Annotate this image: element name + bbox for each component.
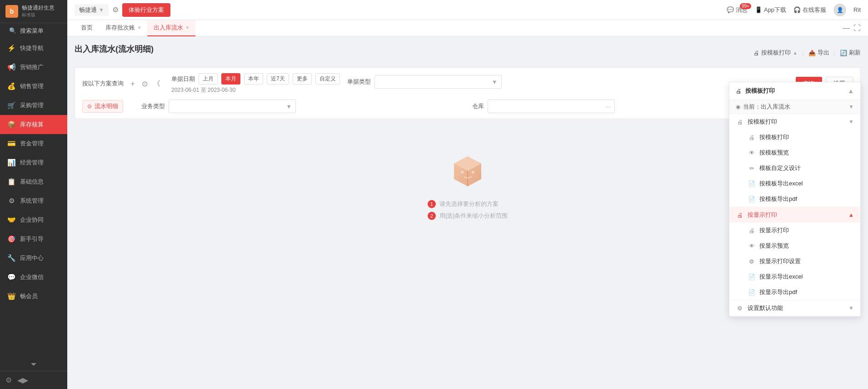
- nav-label: 基础信息: [20, 178, 44, 186]
- template-preview-text: 按模板预览: [759, 149, 789, 157]
- sidebar-item-operation[interactable]: 📊 经营管理: [0, 153, 67, 172]
- nav-label: 库存核算: [20, 120, 44, 129]
- doc-type-select[interactable]: ▼: [374, 75, 502, 89]
- sidebar-item-quick-nav[interactable]: ⚡ 快捷导航: [0, 39, 67, 58]
- date-last-month-btn[interactable]: 上月: [199, 73, 218, 85]
- tab-flow[interactable]: 出入库流水 ×: [147, 20, 195, 36]
- tabs-maximize-icon[interactable]: ⛶: [853, 24, 861, 32]
- filter-add-icon[interactable]: ＋: [129, 79, 136, 89]
- step-1-text: 请先选择要分析的方案: [439, 200, 499, 208]
- tab-home[interactable]: 首页: [75, 20, 99, 36]
- sidebar-item-finance[interactable]: 💳 资金管理: [0, 134, 67, 153]
- date-this-month-btn[interactable]: 本月: [221, 73, 240, 85]
- topbar: 畅捷通 ▼ ⚙ 体验行业方案 💬 消息 99+ 📱 App下载 🎧 在线客服 👤…: [67, 0, 868, 20]
- wechat-icon: 💬: [7, 273, 15, 281]
- export-button[interactable]: 📤 导出: [808, 49, 829, 57]
- empty-steps: 1 请先选择要分析的方案 2 用[选]条件来缩小分析范围: [428, 200, 508, 220]
- panel-item-display-excel[interactable]: 📄 按显示导出excel: [729, 269, 860, 284]
- empty-step-2: 2 用[选]条件来缩小分析范围: [428, 212, 508, 220]
- display-print-text: 按显示打印: [759, 226, 789, 234]
- page-title: 出入库流水(流水明细): [75, 44, 154, 55]
- breadcrumb-arrow-icon: ▼: [99, 7, 104, 13]
- display-settings-icon: ⚙: [748, 257, 756, 265]
- panel-item-template-pdf[interactable]: 📄 按模板导出pdf: [729, 191, 860, 207]
- date-custom-btn[interactable]: 自定义: [315, 73, 340, 85]
- avatar[interactable]: 👤: [833, 4, 846, 16]
- sidebar-item-corp[interactable]: 🤝 企业协同: [0, 210, 67, 229]
- sidebar-item-member[interactable]: 👑 畅会员: [0, 287, 67, 306]
- tag-icon: ⊙: [87, 103, 92, 110]
- date-last7-btn[interactable]: 近7天: [267, 73, 289, 85]
- current-arrow-icon: ▼: [848, 104, 854, 110]
- settings-icon[interactable]: ⚙: [5, 376, 12, 384]
- sidebar-item-system[interactable]: ⚙ 系统管理: [0, 191, 67, 210]
- warehouse-select[interactable]: ···: [488, 100, 615, 113]
- sidebar-item-basic[interactable]: 📋 基础信息: [0, 172, 67, 191]
- sidebar-search[interactable]: 🔍 搜索菜单: [0, 23, 67, 39]
- nav-label: 企业协同: [20, 216, 44, 224]
- sidebar-item-sales[interactable]: 💰 销售管理: [0, 77, 67, 96]
- tab-batch-close[interactable]: ×: [138, 25, 141, 30]
- display-excel-icon: 📄: [748, 273, 756, 281]
- industry-solution-button[interactable]: 体验行业方案: [122, 3, 170, 17]
- sidebar-item-purchase[interactable]: 🛒 采购管理: [0, 96, 67, 115]
- doc-type-label: 单据类型: [347, 78, 371, 86]
- panel-item-template-custom[interactable]: ✏ 模板自定义设计: [729, 160, 860, 176]
- warehouse-more-icon[interactable]: ···: [606, 103, 611, 110]
- inventory-icon: 📦: [7, 120, 15, 129]
- date-this-year-btn[interactable]: 本年: [244, 73, 263, 85]
- filter-settings-icon[interactable]: ⊙: [142, 80, 148, 88]
- sidebar-item-appcenter[interactable]: 🔧 应用中心: [0, 249, 67, 268]
- collapse-sidebar-icon[interactable]: ◀▶: [17, 376, 28, 384]
- panel-section-template: 🖨 按模板打印 ▼ 🖨 按模板打印 👁 按模板预览 ✏ 模板自定义设计: [729, 114, 860, 207]
- sidebar-item-guide[interactable]: 🎯 新手引导: [0, 229, 67, 249]
- topbar-breadcrumb[interactable]: 畅捷通 ▼: [75, 4, 109, 16]
- app-download-button[interactable]: 📱 App下载: [755, 6, 786, 14]
- search-icon: 🔍: [9, 27, 16, 34]
- panel-item-display-pdf[interactable]: 📄 按显示导出pdf: [729, 284, 860, 300]
- message-button[interactable]: 💬 消息 99+: [727, 6, 748, 14]
- sidebar-item-inventory[interactable]: 📦 库存核算: [0, 115, 67, 134]
- topbar-gear-icon[interactable]: ⚙: [112, 5, 119, 14]
- nav-label: 快捷导航: [20, 44, 44, 52]
- print-template-button[interactable]: 🖨 按模板打印 ▲: [753, 49, 798, 57]
- filter-collapse-icon[interactable]: 《: [153, 79, 160, 89]
- online-service-button[interactable]: 🎧 在线客服: [793, 6, 826, 14]
- purchase-icon: 🛒: [7, 101, 15, 110]
- nav-label: 应用中心: [20, 254, 44, 262]
- tag-water-detail[interactable]: ⊙ 流水明细: [82, 100, 123, 113]
- nav-label: 销售管理: [20, 82, 44, 90]
- panel-item-template-preview[interactable]: 👁 按模板预览: [729, 145, 860, 160]
- template-section-icon: 🖨: [736, 118, 744, 126]
- username[interactable]: Rit: [853, 6, 861, 13]
- template-custom-icon: ✏: [748, 164, 756, 172]
- nav-label: 采购管理: [20, 101, 44, 110]
- panel-item-display-preview[interactable]: 👁 按显示预览: [729, 238, 860, 254]
- svg-point-3: [461, 171, 464, 174]
- display-section-icon: 🖨: [736, 211, 744, 219]
- panel-section-display-header[interactable]: 🖨 按显示打印 ▲: [729, 207, 860, 223]
- panel-collapse-icon[interactable]: ▲: [848, 87, 854, 95]
- date-filter: 单据日期 上月 本月 本年 近7天 更多 自定义: [171, 73, 340, 85]
- panel-item-display-print[interactable]: 🖨 按显示打印: [729, 223, 860, 238]
- tab-flow-close[interactable]: ×: [186, 25, 189, 30]
- sidebar-scroll-down[interactable]: [0, 358, 67, 371]
- template-print-icon: 🖨: [748, 133, 756, 141]
- sidebar-item-marketing[interactable]: 📢 营销推广: [0, 58, 67, 77]
- step-2-text: 用[选]条件来缩小分析范围: [439, 212, 508, 220]
- sidebar-item-wechat[interactable]: 💬 企业微信: [0, 268, 67, 287]
- panel-item-display-settings[interactable]: ⚙ 按显示打印设置: [729, 254, 860, 269]
- panel-section-default-header[interactable]: ⚙ 设置默认功能 ▼: [729, 300, 860, 316]
- panel-section-template-header[interactable]: 🖨 按模板打印 ▼: [729, 114, 860, 130]
- sidebar-nav: ⚡ 快捷导航 📢 营销推广 💰 销售管理 🛒 采购管理 📦 库存核算 💳 资金管…: [0, 39, 67, 358]
- tabs-minimize-icon[interactable]: —: [843, 24, 850, 32]
- panel-item-template-excel[interactable]: 📄 按模板导出excel: [729, 176, 860, 191]
- biz-type-select[interactable]: ▼: [169, 100, 296, 113]
- refresh-button[interactable]: 🔄 刷新: [840, 49, 861, 57]
- date-more-btn[interactable]: 更多: [293, 73, 312, 85]
- template-section-title: 按模板打印: [748, 118, 848, 126]
- nav-label: 系统管理: [20, 197, 44, 205]
- display-print-icon: 🖨: [748, 226, 756, 234]
- tab-batch[interactable]: 库存批次账 ×: [99, 20, 147, 36]
- panel-item-template-print[interactable]: 🖨 按模板打印: [729, 130, 860, 145]
